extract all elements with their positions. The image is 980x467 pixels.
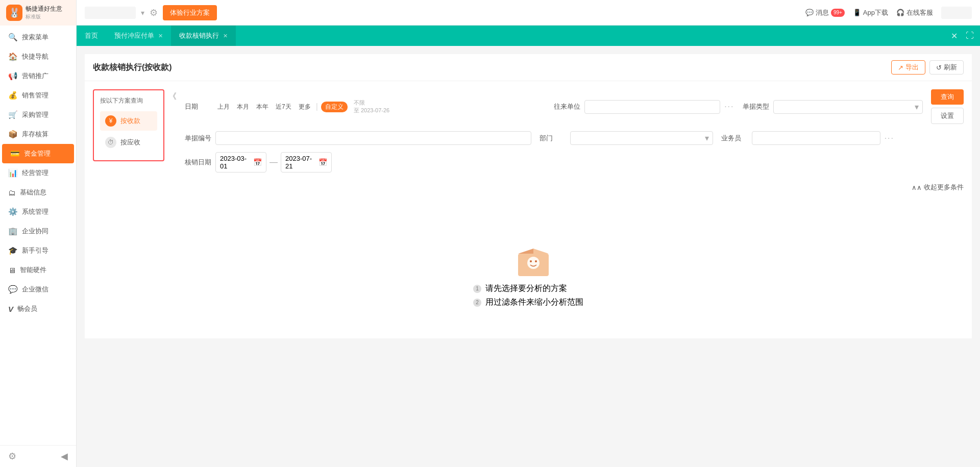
- date-prev-month-btn[interactable]: 上月: [215, 102, 232, 112]
- wx-icon: 💬: [8, 285, 18, 294]
- sidebar-item-operations[interactable]: 📊 经营管理: [0, 163, 76, 183]
- service-icon: 🎧: [896, 9, 904, 16]
- logo-icon: 🐰: [6, 5, 22, 21]
- export-btn[interactable]: ↗ 导出: [891, 60, 925, 75]
- verify-date-field: 核销日期 2023-03-01 📅 — 2023-07-21 📅: [185, 152, 964, 173]
- settings-btn[interactable]: 设置: [931, 108, 964, 124]
- employee-input[interactable]: [752, 131, 880, 145]
- message-btn[interactable]: 💬 消息 99+: [805, 8, 845, 17]
- filter-box: 按以下方案查询 ¥ 按收款 ⏱ 按应收: [93, 89, 164, 161]
- collapse-more-row: ∧∧ 收起更多条件: [185, 180, 964, 195]
- sidebar-item-purchase[interactable]: 🛒 采购管理: [0, 105, 76, 125]
- search-form: 日期 上月 本月 本年 近7天 更多 | 自定义 不限: [185, 89, 964, 195]
- receivable-icon: ⏱: [105, 137, 116, 148]
- topbar-gear-icon[interactable]: ⚙: [150, 7, 158, 18]
- sidebar-item-smart-hw[interactable]: 🖥 智能硬件: [0, 260, 76, 280]
- search-row-3: 核销日期 2023-03-01 📅 — 2023-07-21 📅: [185, 152, 964, 173]
- empty-state: 1 请先选择要分析的方案 2 用过滤条件来缩小分析范围: [85, 204, 972, 338]
- svg-marker-2: [533, 249, 549, 254]
- brand-selector[interactable]: [85, 7, 136, 19]
- sidebar-item-quick-nav[interactable]: 🏠 快捷导航: [0, 47, 76, 66]
- date-label: 日期: [185, 102, 211, 111]
- marketing-icon: 📢: [8, 71, 18, 81]
- sidebar-item-system[interactable]: ⚙️ 系统管理: [0, 202, 76, 222]
- employee-field: 业务员 ···: [721, 131, 895, 145]
- inventory-icon: 📦: [8, 130, 18, 139]
- date-no-limit-label: 不限: [354, 99, 389, 107]
- filter-collapse-btn[interactable]: 《: [166, 89, 179, 104]
- voucher-no-label: 单据编号: [185, 134, 211, 143]
- tab-receivable[interactable]: 收款核销执行 ✕: [171, 26, 236, 46]
- partner-label: 往来单位: [554, 102, 580, 111]
- query-btn[interactable]: 查询: [931, 89, 964, 105]
- search-panel: 按以下方案查询 ¥ 按收款 ⏱ 按应收 《: [85, 81, 972, 203]
- settings-bottom-icon[interactable]: ⚙: [8, 451, 16, 462]
- sidebar-item-marketing[interactable]: 📢 营销推广: [0, 66, 76, 86]
- sidebar-logo: 🐰 畅捷通好生意 标准版: [0, 0, 76, 26]
- beginner-icon: 🎓: [8, 246, 18, 255]
- verify-date-start-input[interactable]: 2023-03-01 📅: [215, 152, 266, 173]
- sidebar-item-sales[interactable]: 💰 销售管理: [0, 86, 76, 105]
- operations-icon: 📊: [8, 168, 18, 178]
- sidebar-item-search-menu[interactable]: 🔍 搜索菜单: [0, 28, 76, 47]
- tab-receivable-close[interactable]: ✕: [223, 33, 228, 39]
- partner-input[interactable]: [584, 100, 720, 114]
- sidebar-item-enterprise[interactable]: 🏢 企业协同: [0, 222, 76, 241]
- sidebar-item-beginner[interactable]: 🎓 新手引导: [0, 241, 76, 260]
- date-curr-year-btn[interactable]: 本年: [254, 102, 271, 112]
- sidebar-item-basic-info[interactable]: 🗂 基础信息: [0, 183, 76, 202]
- employee-more-icon[interactable]: ···: [885, 134, 894, 143]
- collapse-sidebar-icon[interactable]: ◀: [61, 451, 68, 462]
- system-icon: ⚙️: [8, 207, 18, 216]
- service-btn[interactable]: 🎧 在线客服: [896, 8, 933, 17]
- tab-home[interactable]: 首页: [77, 26, 106, 46]
- sidebar-item-member[interactable]: V 畅会员: [0, 299, 76, 318]
- enterprise-icon: 🏢: [8, 227, 18, 236]
- voucher-type-field: 单据类型: [743, 100, 923, 114]
- svg-point-4: [530, 260, 532, 262]
- voucher-no-field: 单据编号: [185, 131, 531, 145]
- collapse-more-btn[interactable]: ∧∧ 收起更多条件: [912, 183, 964, 192]
- refresh-btn[interactable]: ↺ 刷新: [929, 60, 964, 75]
- verify-date-label: 核销日期: [185, 158, 211, 167]
- date-field: 日期 上月 本月 本年 近7天 更多 | 自定义 不限: [185, 99, 546, 114]
- date-7days-btn[interactable]: 近7天: [274, 102, 293, 112]
- verify-date-end-input[interactable]: 2023-07-21 📅: [281, 152, 332, 173]
- sidebar-item-finance[interactable]: 💳 资金管理: [2, 144, 74, 163]
- purchase-icon: 🛒: [8, 110, 18, 119]
- teal-tabbar: 首页 预付冲应付单 ✕ 收款核销执行 ✕ ✕ ⛶: [77, 26, 980, 46]
- voucher-type-label: 单据类型: [743, 102, 769, 111]
- tab-prepay[interactable]: 预付冲应付单 ✕: [106, 26, 171, 46]
- filter-by-receivable[interactable]: ⏱ 按应收: [100, 133, 157, 152]
- user-info[interactable]: [941, 7, 972, 19]
- calendar-start-icon: 📅: [253, 158, 262, 166]
- voucher-type-select[interactable]: [773, 100, 923, 114]
- date-to-label: 至 2023-07-26: [354, 107, 389, 114]
- employee-label: 业务员: [721, 134, 748, 143]
- tab-expand-icon[interactable]: ⛶: [964, 29, 976, 42]
- app-download-btn[interactable]: 📱 App下载: [853, 8, 888, 17]
- filter-box-title: 按以下方案查询: [100, 96, 157, 105]
- collapse-more-icon: ∧∧: [912, 184, 922, 191]
- sidebar-item-wx[interactable]: 💬 企业微信: [0, 280, 76, 299]
- dept-select[interactable]: [570, 131, 713, 145]
- partner-more-icon[interactable]: ···: [724, 102, 734, 111]
- step1-num: 1: [473, 285, 481, 293]
- tab-close-all-icon[interactable]: ✕: [949, 29, 960, 43]
- date-more-btn[interactable]: 更多: [297, 102, 313, 112]
- filter-by-receipt[interactable]: ¥ 按收款: [100, 111, 157, 131]
- date-curr-month-btn[interactable]: 本月: [235, 102, 251, 112]
- sidebar-nav: 🔍 搜索菜单 🏠 快捷导航 📢 营销推广 💰 销售管理 🛒 采购管理 📦 库存核…: [0, 26, 76, 445]
- basic-info-icon: 🗂: [8, 188, 16, 197]
- calendar-end-icon: 📅: [318, 158, 327, 166]
- solution-btn[interactable]: 体验行业方案: [163, 5, 217, 20]
- refresh-icon: ↺: [936, 64, 942, 71]
- brand-chevron-icon[interactable]: ▾: [141, 9, 144, 17]
- date-custom-btn[interactable]: 自定义: [321, 102, 348, 112]
- logo-text: 畅捷通好生意: [26, 5, 62, 13]
- svg-point-5: [535, 260, 537, 262]
- voucher-no-input[interactable]: [215, 131, 531, 145]
- logo-sub: 标准版: [26, 13, 62, 20]
- sidebar-item-inventory[interactable]: 📦 库存核算: [0, 125, 76, 144]
- tab-prepay-close[interactable]: ✕: [158, 33, 163, 39]
